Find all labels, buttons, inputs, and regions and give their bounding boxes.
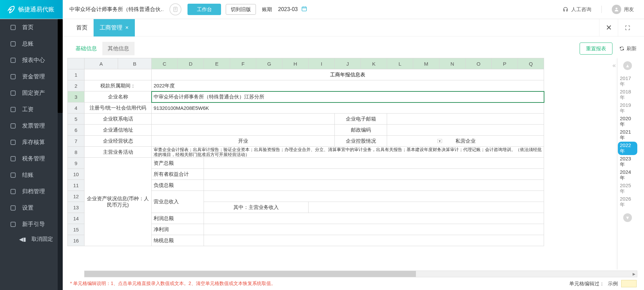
col-header[interactable]: I	[309, 58, 335, 69]
refresh-button[interactable]: 刷新	[619, 46, 637, 52]
cell[interactable]: 注册号/统一社会信用代码	[85, 102, 152, 114]
fullscreen-icon[interactable]	[618, 19, 637, 36]
cell[interactable]	[152, 125, 335, 136]
spreadsheet[interactable]: ABCDEFGHIJKLMNOPQ1工商年报信息表2税款所属期间：2022年度3…	[67, 58, 610, 270]
cell[interactable]	[387, 125, 544, 136]
row-header[interactable]: 3	[68, 91, 85, 102]
cell[interactable]	[204, 235, 544, 246]
cell[interactable]: 主营业务活动	[85, 147, 152, 158]
cell[interactable]: 资产总额	[152, 158, 204, 169]
col-header[interactable]	[68, 58, 85, 69]
col-header[interactable]: K	[361, 58, 387, 69]
row-header[interactable]: 7	[68, 136, 85, 147]
col-header[interactable]: C	[152, 58, 178, 69]
row-header[interactable]: 12	[68, 191, 85, 202]
row-header[interactable]: 4	[68, 102, 85, 114]
cell[interactable]: 负债总额	[152, 180, 204, 191]
col-header[interactable]: D	[178, 58, 204, 69]
sidebar-item-12[interactable]: 新手引导	[0, 216, 63, 232]
pin-cancel[interactable]: ◀▮ 取消固定	[0, 232, 63, 246]
row-header[interactable]: 6	[68, 125, 85, 136]
year-2025年[interactable]: 2025年	[618, 182, 637, 195]
cell[interactable]: 企业控股情况	[335, 136, 387, 147]
horizontal-scrollbar[interactable]: ◀ ▶	[84, 271, 637, 277]
scroll-thumb[interactable]	[85, 271, 416, 277]
col-header[interactable]: B	[118, 58, 152, 69]
row-header[interactable]: 8	[68, 147, 85, 158]
col-header[interactable]: H	[282, 58, 309, 69]
row-header[interactable]: 11	[68, 180, 85, 191]
cell[interactable]: 税款所属期间：	[85, 80, 152, 91]
year-down-icon[interactable]: ▼	[623, 213, 632, 222]
row-header[interactable]: 2	[68, 80, 85, 91]
col-header[interactable]: M	[413, 58, 439, 69]
subtab-basic-info[interactable]: 基础信息	[70, 42, 102, 55]
sidebar-item-4[interactable]: 固定资产	[0, 85, 63, 101]
year-2017年[interactable]: 2017年	[618, 75, 637, 88]
cell[interactable]: 企业联系电话	[85, 114, 152, 125]
sidebar-item-2[interactable]: 报表中心	[0, 52, 63, 68]
sidebar-item-11[interactable]: 设置	[0, 200, 63, 216]
cell[interactable]: 企业通信地址	[85, 125, 152, 136]
row-header[interactable]: 5	[68, 114, 85, 125]
year-panel-collapse[interactable]: «	[610, 58, 618, 270]
cell[interactable]	[152, 114, 335, 125]
company-selector[interactable]: 中审众环会计师事务所（特殊普通合伙… ﹀	[69, 6, 163, 13]
close-all-icon[interactable]: ✕	[599, 19, 618, 36]
col-header[interactable]: L	[387, 58, 413, 69]
col-header[interactable]: F	[230, 58, 256, 69]
cell[interactable]: 企业名称	[85, 91, 152, 102]
user-menu[interactable]: 用友	[612, 5, 634, 14]
cell[interactable]: 净利润	[152, 224, 204, 235]
sidebar-item-5[interactable]: 工资	[0, 101, 63, 118]
cell[interactable]	[204, 169, 544, 180]
subtab-other-info[interactable]: 其他信息	[102, 42, 135, 55]
row-header[interactable]: 16	[68, 235, 85, 246]
col-header[interactable]: P	[492, 58, 518, 69]
row-header[interactable]: 10	[68, 169, 85, 180]
year-2024年[interactable]: 2024年	[618, 168, 637, 182]
cell[interactable]: 营业总收入	[152, 191, 204, 213]
col-header[interactable]: Q	[518, 58, 544, 69]
cell[interactable]: 91320100MA208E5W6K	[152, 102, 544, 114]
row-header[interactable]: 14	[68, 213, 85, 224]
sidebar-item-9[interactable]: 结账	[0, 167, 63, 183]
sidebar-item-8[interactable]: 税务管理	[0, 150, 63, 167]
sidebar-item-0[interactable]: 首页	[0, 19, 63, 35]
sidebar-scrollbar[interactable]	[58, 19, 63, 290]
cell[interactable]	[204, 224, 544, 235]
dropdown-handle[interactable]: ▼	[437, 139, 442, 143]
doc-icon[interactable]	[169, 3, 181, 15]
year-up-icon[interactable]: ▲	[623, 61, 632, 70]
scroll-right-icon[interactable]: ▶	[631, 271, 637, 277]
sidebar-item-3[interactable]: 资金管理	[0, 68, 63, 85]
cell[interactable]: 企业经营状态	[85, 136, 152, 147]
cell[interactable]: 私营企业	[387, 136, 544, 147]
reset-report-button[interactable]: 重置报表	[580, 43, 612, 55]
year-2020年[interactable]: 2020年	[618, 115, 637, 128]
tab-business-admin[interactable]: 工商管理 ✕	[94, 19, 135, 37]
cell[interactable]	[309, 202, 544, 213]
sidebar-item-7[interactable]: 库存核算	[0, 134, 63, 150]
cell[interactable]: 邮政编码	[335, 125, 387, 136]
year-2019年[interactable]: 2019年	[618, 101, 637, 115]
cell[interactable]: 2022年度	[152, 80, 544, 91]
close-tab-icon[interactable]: ✕	[125, 25, 129, 30]
year-2021年[interactable]: 2021年	[618, 128, 637, 142]
cell[interactable]	[204, 191, 544, 202]
cell[interactable]: 企业资产状况信息(币种：人民币万元)	[85, 158, 152, 246]
year-2022年[interactable]: 2022年	[618, 142, 637, 155]
year-2018年[interactable]: 2018年	[618, 88, 637, 101]
sidebar-item-1[interactable]: 总账	[0, 35, 63, 52]
col-header[interactable]: E	[204, 58, 230, 69]
col-header[interactable]: N	[439, 58, 466, 69]
cell[interactable]: 开业	[152, 136, 335, 147]
row-header[interactable]: 1	[68, 69, 85, 80]
cell[interactable]: 审查企业会计报表；出具审计报告；验证企业资本；出具验资报告；办理企业合并、分立、…	[152, 147, 544, 158]
col-header[interactable]: G	[256, 58, 282, 69]
cell[interactable]: 其中：主营业务收入	[204, 202, 309, 213]
cell[interactable]: 所有者权益合计	[152, 169, 204, 180]
cell[interactable]: 企业电子邮箱	[335, 114, 387, 125]
row-header[interactable]: 15	[68, 224, 85, 235]
old-version-button[interactable]: 切到旧版	[226, 4, 256, 15]
